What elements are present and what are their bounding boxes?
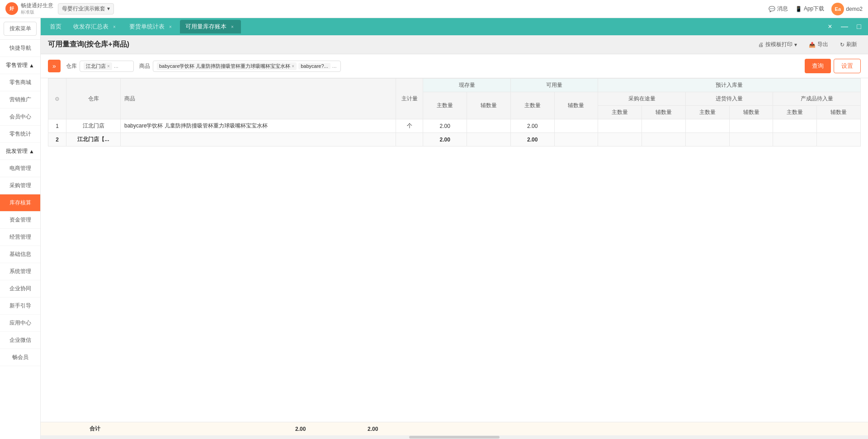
- logo-text-block: 畅捷通好生意 标准版: [21, 2, 53, 15]
- tab-receivable-close[interactable]: ×: [111, 24, 118, 30]
- th-forecast-inbound: 预计入库量: [598, 79, 861, 92]
- sidebar-item-finance[interactable]: 资金管理: [0, 212, 40, 229]
- cell-available-aux: [554, 119, 598, 133]
- top-bar: 好 畅捷通好生意 标准版 母婴行业演示账套 ▾ 💬 消息 📱 App下载 Ea …: [0, 0, 868, 18]
- tab-home[interactable]: 首页: [44, 20, 67, 33]
- warehouse-input[interactable]: 江北门店 × ...: [80, 61, 134, 72]
- download-label: App下载: [804, 5, 824, 13]
- refresh-button[interactable]: ↻ 刷新: [836, 39, 861, 50]
- product-input[interactable]: babycare学饮杯 儿童防摔防撞吸管杯重力球吸嘴杯宝宝水杯 × babyca…: [153, 61, 341, 72]
- cell-production-aux: [817, 133, 861, 146]
- footer-label: 合计: [67, 425, 139, 433]
- th-inbound-aux: 辅数量: [729, 106, 773, 119]
- table-row: 1 江北门店 babycare学饮杯 儿童防摔防撞吸管杯重力球吸嘴杯宝宝水杯 个…: [48, 119, 861, 133]
- cell-stock-aux: [467, 119, 511, 133]
- main-layout: 搜索菜单 快捷导航 零售管理 ▲ 零售商城 营销推广 会员中心 零售统计 批发管…: [0, 18, 868, 439]
- cell-production-aux: [817, 119, 861, 133]
- scroll-thumb[interactable]: [409, 436, 500, 439]
- th-available-aux: 辅数量: [554, 92, 598, 119]
- maximize-button[interactable]: □: [854, 21, 864, 32]
- message-icon: 💬: [769, 6, 775, 12]
- refresh-label: 刷新: [846, 41, 857, 48]
- close-all-button[interactable]: ×: [825, 21, 835, 32]
- tab-requisition-close[interactable]: ×: [167, 24, 174, 30]
- cell-stock-main: 2.00: [423, 133, 467, 146]
- warehouse-ellipsis[interactable]: ...: [114, 63, 118, 69]
- export-button[interactable]: 📤 导出: [805, 39, 832, 50]
- search-menu-button[interactable]: 搜索菜单: [4, 22, 37, 36]
- sidebar-item-enterprise-wechat[interactable]: 企业微信: [0, 332, 40, 349]
- sidebar-item-quick-nav[interactable]: 快捷导航: [0, 40, 40, 57]
- cell-inbound-aux: [729, 133, 773, 146]
- tab-requisition-label: 要货单统计表: [129, 23, 165, 31]
- sidebar-item-new-guide[interactable]: 新手引导: [0, 297, 40, 315]
- tab-bar: 首页 收发存汇总表 × 要货单统计表 × 可用量库存账本 × × — □: [41, 18, 868, 35]
- content-area: 首页 收发存汇总表 × 要货单统计表 × 可用量库存账本 × × — □: [41, 18, 868, 439]
- cell-product: [121, 133, 396, 146]
- user-menu[interactable]: Ea demo2: [831, 3, 863, 15]
- sidebar-item-wholesale-mgmt[interactable]: 批发管理 ▲: [0, 143, 40, 160]
- tab-available-inventory[interactable]: 可用量库存账本 ×: [180, 20, 241, 33]
- filter-bar: » 仓库 江北门店 × ... 商品 babycare学饮杯 儿童防摔防撞吸管杯…: [41, 54, 868, 78]
- cell-inbound-main: [685, 133, 729, 146]
- gear-icon[interactable]: ⚙: [55, 96, 60, 102]
- cell-inbound-main: [685, 119, 729, 133]
- warehouse-tag-close[interactable]: ×: [107, 64, 110, 69]
- tab-receivable[interactable]: 收发存汇总表 ×: [68, 20, 123, 33]
- cell-available-aux: [554, 133, 598, 146]
- settings-button[interactable]: 设置: [834, 59, 861, 73]
- warehouse-tag: 江北门店 ×: [84, 62, 112, 70]
- sidebar-item-retail-stats[interactable]: 零售统计: [0, 126, 40, 143]
- th-stock-aux: 辅数量: [467, 92, 511, 119]
- minimize-button[interactable]: —: [839, 21, 850, 32]
- sidebar-item-system-mgmt[interactable]: 系统管理: [0, 263, 40, 280]
- product-tag-1-close[interactable]: ×: [292, 64, 294, 69]
- th-uom: 主计量: [396, 79, 423, 119]
- product-ellipsis[interactable]: ...: [332, 63, 337, 69]
- cell-available-main: 2.00: [510, 119, 554, 133]
- tab-available-inventory-close[interactable]: ×: [229, 24, 236, 30]
- sidebar-search: 搜索菜单: [0, 18, 40, 40]
- footer-stock-total: 2.00: [295, 426, 331, 432]
- th-purchase-in-transit: 采购在途量: [598, 92, 686, 106]
- avatar: Ea: [831, 3, 844, 15]
- scroll-bar-area: [41, 435, 868, 439]
- warehouse-filter: 仓库 江北门店 × ...: [66, 61, 134, 72]
- warehouse-tag-value: 江北门店: [86, 63, 106, 70]
- export-icon: 📤: [809, 42, 816, 48]
- sidebar-item-retail-mall[interactable]: 零售商城: [0, 74, 40, 91]
- sidebar-item-operations[interactable]: 经营管理: [0, 229, 40, 246]
- cell-purchase-aux: [642, 119, 686, 133]
- th-pending-inbound: 进货待入量: [685, 92, 773, 106]
- sidebar-item-enterprise-collab[interactable]: 企业协同: [0, 280, 40, 297]
- tab-requisition[interactable]: 要货单统计表 ×: [124, 20, 179, 33]
- sidebar-item-app-center[interactable]: 应用中心: [0, 315, 40, 332]
- app-download-button[interactable]: 📱 App下载: [795, 5, 824, 13]
- cell-stock-main: 2.00: [423, 119, 467, 133]
- avatar-initials: Ea: [835, 6, 841, 12]
- print-button[interactable]: 🖨 按模板打印 ▾: [755, 39, 801, 50]
- sidebar-item-member-center[interactable]: 会员中心: [0, 109, 40, 126]
- cell-product: babycare学饮杯 儿童防摔防撞吸管杯重力球吸嘴杯宝宝水杯: [121, 119, 396, 133]
- sidebar-item-purchase-mgmt[interactable]: 采购管理: [0, 177, 40, 194]
- sidebar-item-retail-mgmt[interactable]: 零售管理 ▲: [0, 57, 40, 74]
- industry-label: 母婴行业演示账套: [62, 5, 105, 13]
- sidebar-item-label: 批发管理: [6, 147, 28, 155]
- sidebar-item-basic-info[interactable]: 基础信息: [0, 246, 40, 263]
- sidebar-item-marketing[interactable]: 营销推广: [0, 91, 40, 109]
- filter-expand-button[interactable]: »: [48, 60, 61, 72]
- cell-purchase-aux: [642, 133, 686, 146]
- table-container: ⚙ 仓库 商品 主计量 现存量 可用量 预计入库量 主数量 辅数量 主数量 辅数…: [41, 78, 868, 422]
- sidebar-item-ecommerce[interactable]: 电商管理: [0, 160, 40, 177]
- sidebar-item-inventory[interactable]: 库存核算: [0, 194, 40, 212]
- refresh-icon: ↻: [840, 42, 844, 48]
- industry-selector[interactable]: 母婴行业演示账套 ▾: [58, 3, 114, 14]
- th-product: 商品: [121, 79, 396, 119]
- query-button[interactable]: 查询: [805, 59, 831, 73]
- message-button[interactable]: 💬 消息: [769, 5, 788, 13]
- th-production-pending: 产成品待入量: [773, 92, 861, 106]
- arrow-icon: ▲: [29, 62, 34, 69]
- cell-uom: [396, 133, 423, 146]
- sidebar-item-member[interactable]: 畅会员: [0, 349, 40, 366]
- print-dropdown-icon: ▾: [794, 42, 797, 48]
